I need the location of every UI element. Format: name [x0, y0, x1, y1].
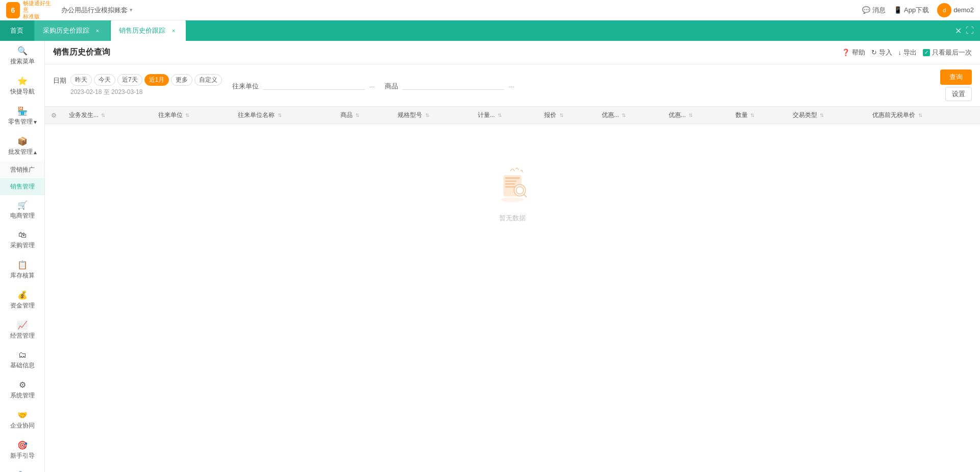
sort-icon-unit: ⇅ — [498, 112, 502, 118]
sidebar-item-appstore[interactable]: 🔧 应用中心 — [0, 465, 44, 472]
table-col-unit[interactable]: 计量... ⇅ — [472, 107, 538, 124]
retail-icon: 🏪 — [17, 106, 28, 116]
empty-state: 暂无数据 — [45, 124, 980, 264]
product-input-dots: ... — [508, 81, 514, 89]
sort-icon-product: ⇅ — [355, 112, 359, 118]
sidebar-item-biz[interactable]: 📈 经营管理 — [0, 315, 44, 345]
date-filter-group: 日期 昨天 今天 近7天 近1月 更多 自定义 2023-02-18 至 202… — [53, 74, 222, 97]
table-col-discount-amt[interactable]: 优惠... ⇅ — [663, 107, 729, 124]
date-btn-7days[interactable]: 近7天 — [117, 74, 142, 86]
sidebar-item-inventory[interactable]: 📋 库存核算 — [0, 255, 44, 285]
sort-icon-partner-name: ⇅ — [278, 112, 282, 118]
only-last-checkbox[interactable]: ✓ — [923, 49, 930, 56]
partner-filter-label: 往来单位 — [232, 82, 259, 91]
page-actions: ❓ 帮助 ↻ 导入 ↓ 导出 ✓ 只看最后一次 — [842, 48, 972, 57]
tab-sales-close[interactable]: × — [169, 27, 178, 35]
date-btn-more[interactable]: 更多 — [171, 74, 192, 86]
sidebar-item-search[interactable]: 🔍 搜索菜单 — [0, 41, 44, 71]
svg-rect-2 — [505, 177, 520, 179]
date-btn-custom[interactable]: 自定义 — [194, 74, 222, 86]
table-col-quantity[interactable]: 数量 ⇅ — [729, 107, 787, 124]
biz-icon: 📈 — [17, 320, 28, 330]
table-col-partner-code[interactable]: 往来单位 ⇅ — [152, 107, 232, 124]
export-btn[interactable]: ↓ 导出 — [898, 48, 917, 57]
page-title: 销售历史价查询 — [53, 47, 110, 58]
sidebar-item-quick[interactable]: ⭐ 快捷导航 — [0, 71, 44, 101]
date-filter-options: 昨天 今天 近7天 近1月 更多 自定义 2023-02-18 至 2023-0… — [70, 74, 222, 97]
table-col-discount-rate[interactable]: 优惠... ⇅ — [596, 107, 663, 124]
app-selector[interactable]: 办公用品行业模拟账套 ▾ — [51, 6, 862, 15]
message-icon: 💬 — [862, 6, 870, 14]
filter-right-actions: 查询 设置 — [940, 69, 972, 101]
table-settings-icon[interactable]: ⚙ — [51, 112, 57, 119]
tab-purchase-close[interactable]: × — [93, 27, 102, 35]
table-col-price[interactable]: 报价 ⇅ — [538, 107, 595, 124]
app-download-btn[interactable]: 📱 App下载 — [894, 6, 929, 15]
purchase-icon: 🛍 — [18, 230, 27, 240]
import-btn[interactable]: ↻ 导入 — [871, 48, 892, 57]
tab-sales[interactable]: 销售历史价跟踪 × — [111, 20, 186, 41]
logo-area: 6 畅捷通好生意 标准版 — [6, 0, 51, 20]
date-filter-label: 日期 — [53, 76, 66, 85]
enterprise-icon: 🤝 — [17, 410, 28, 420]
query-button[interactable]: 查询 — [940, 69, 972, 85]
wholesale-arrow: ▴ — [34, 149, 37, 156]
sidebar-item-wholesale[interactable]: 📦 批发管理▴ — [0, 131, 44, 161]
table-col-partner-name[interactable]: 往来单位名称 ⇅ — [232, 107, 334, 124]
sidebar-item-basics[interactable]: 🗂 基础信息 — [0, 345, 44, 375]
sidebar-item-finance[interactable]: 💰 资金管理 — [0, 285, 44, 315]
table-col-product[interactable]: 商品 ⇅ — [334, 107, 391, 124]
tab-close-all-btn[interactable]: ✕ — [955, 26, 962, 36]
sort-icon-biz-date: ⇅ — [101, 112, 105, 118]
sort-icon-discount-rate: ⇅ — [622, 112, 626, 118]
table-col-biz-date[interactable]: 业务发生... ⇅ — [63, 107, 152, 124]
empty-state-row: 暂无数据 — [45, 124, 980, 264]
sidebar-item-guide[interactable]: 🎯 新手引导 — [0, 435, 44, 465]
download-icon: 📱 — [894, 6, 902, 14]
sidebar-item-marketing[interactable]: 营销推广 — [0, 161, 44, 178]
export-icon: ↓ — [898, 49, 902, 56]
table-body: 暂无数据 — [45, 124, 980, 264]
sidebar-item-retail[interactable]: 🏪 零售管理▾ — [0, 101, 44, 131]
table-area: ⚙ 业务发生... ⇅ 往来单位 ⇅ 往来单位名称 ⇅ — [45, 107, 980, 472]
partner-input[interactable] — [263, 80, 365, 90]
svg-line-8 — [524, 195, 526, 197]
main-layout: 🔍 搜索菜单 ⭐ 快捷导航 🏪 零售管理▾ 📦 批发管理▴ 营销推广 销售管理 … — [0, 41, 980, 472]
empty-text: 暂无数据 — [499, 214, 526, 223]
help-btn[interactable]: ❓ 帮助 — [842, 48, 865, 57]
svg-rect-4 — [505, 183, 515, 184]
table-col-settings[interactable]: ⚙ — [45, 107, 63, 124]
sort-icon-partner-code: ⇅ — [185, 112, 189, 118]
sidebar-sub-marketing: 营销推广 销售管理 — [0, 161, 44, 195]
tab-home[interactable]: 首页 — [0, 20, 34, 41]
tab-bar-controls: ✕ ⛶ — [955, 26, 980, 36]
content-area: 销售历史价查询 ❓ 帮助 ↻ 导入 ↓ 导出 ✓ 只看最后一次 — [45, 41, 980, 472]
table-col-trade-type[interactable]: 交易类型 ⇅ — [787, 107, 866, 124]
date-btn-today[interactable]: 今天 — [94, 74, 115, 86]
date-buttons: 昨天 今天 近7天 近1月 更多 自定义 — [70, 74, 222, 86]
svg-point-0 — [501, 197, 524, 202]
sidebar-item-ecom[interactable]: 🛒 电商管理 — [0, 195, 44, 225]
sidebar-item-enterprise[interactable]: 🤝 企业协同 — [0, 405, 44, 435]
sidebar-item-system[interactable]: ⚙ 系统管理 — [0, 375, 44, 405]
message-btn[interactable]: 💬 消息 — [862, 6, 886, 15]
app-selector-chevron: ▾ — [130, 7, 133, 13]
logo-text: 畅捷通好生意 标准版 — [23, 0, 51, 20]
only-last-checkbox-wrap[interactable]: ✓ 只看最后一次 — [923, 48, 972, 57]
date-btn-1month[interactable]: 近1月 — [144, 74, 169, 86]
svg-rect-3 — [505, 180, 517, 181]
setting-button[interactable]: 设置 — [945, 87, 972, 101]
date-btn-yesterday[interactable]: 昨天 — [70, 74, 92, 86]
user-menu[interactable]: d demo2 — [937, 3, 974, 17]
table-col-pretax-price[interactable]: 优惠前无税单价 ⇅ — [866, 107, 980, 124]
partner-filter-group: 往来单位 ... — [232, 80, 375, 91]
product-input-wrap: ... — [402, 80, 514, 90]
finance-icon: 💰 — [17, 290, 28, 300]
sidebar-item-sales-mgmt[interactable]: 销售管理 — [0, 178, 44, 195]
product-input[interactable] — [402, 80, 504, 90]
table-col-spec[interactable]: 规格型号 ⇅ — [391, 107, 471, 124]
tab-purchase[interactable]: 采购历史价跟踪 × — [35, 20, 110, 41]
sidebar-item-purchase[interactable]: 🛍 采购管理 — [0, 225, 44, 255]
tab-fullscreen-btn[interactable]: ⛶ — [966, 26, 974, 35]
sort-icon-price: ⇅ — [559, 112, 564, 118]
